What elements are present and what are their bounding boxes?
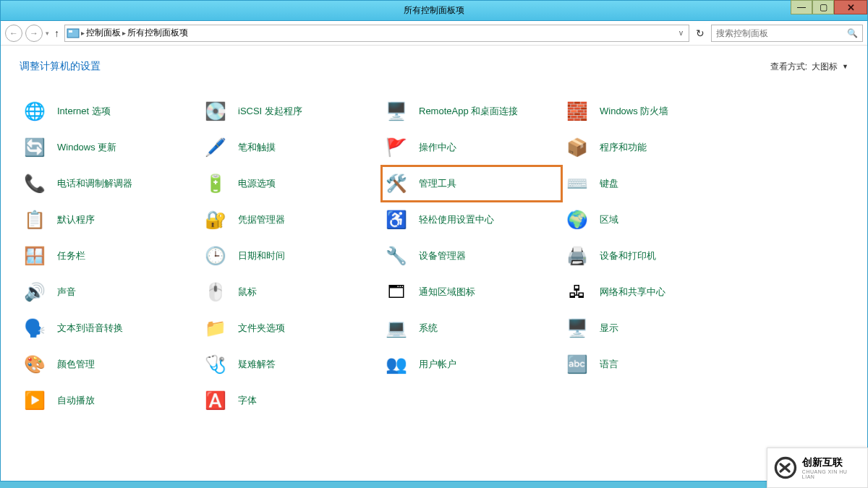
cp-item-sound[interactable]: 🔊声音: [20, 274, 200, 310]
cp-item-internet-options[interactable]: 🌐Internet 选项: [20, 93, 200, 129]
breadcrumb-root[interactable]: 控制面板: [86, 27, 121, 39]
item-label: 字体: [238, 394, 257, 407]
maximize-button[interactable]: ▢: [812, 0, 834, 14]
autoplay-icon: ▶️: [22, 388, 47, 413]
window-controls: — ▢ ✕: [791, 0, 867, 14]
user-accounts-icon: 👥: [384, 352, 409, 377]
chevron-down-icon: ▼: [842, 63, 848, 70]
cp-item-remoteapp[interactable]: 🖥️RemoteApp 和桌面连接: [381, 93, 562, 129]
folder-options-icon: 📁: [203, 316, 228, 341]
cp-item-language[interactable]: 🔤语言: [562, 346, 743, 382]
fonts-icon: 🅰️: [203, 388, 228, 413]
item-label: 电话和调制解调器: [57, 177, 132, 190]
item-label: 轻松使用设置中心: [419, 213, 494, 226]
cp-item-programs-features[interactable]: 📦程序和功能: [562, 129, 743, 166]
window-title: 所有控制面板项: [1, 4, 867, 17]
watermark-logo-icon: [773, 455, 798, 480]
remoteapp-icon: 🖥️: [384, 99, 409, 124]
cp-item-iscsi-initiator[interactable]: 💽iSCSI 发起程序: [200, 93, 381, 129]
windows-update-icon: 🔄: [22, 135, 47, 160]
cp-item-credential-manager[interactable]: 🔐凭据管理器: [200, 202, 381, 238]
text-to-speech-icon: 🗣️: [22, 316, 47, 341]
cp-item-display[interactable]: 🖥️显示: [562, 310, 743, 346]
cp-item-user-accounts[interactable]: 👥用户帐户: [381, 346, 562, 382]
item-label: 网络和共享中心: [600, 286, 665, 299]
cp-item-power-options[interactable]: 🔋电源选项: [200, 166, 381, 202]
control-panel-icon: [67, 27, 80, 39]
cp-item-device-manager[interactable]: 🔧设备管理器: [381, 238, 562, 274]
cp-item-mouse[interactable]: 🖱️鼠标: [200, 274, 381, 310]
viewmode-value: 大图标: [812, 61, 838, 73]
firewall-icon: 🧱: [565, 99, 590, 124]
view-mode-selector[interactable]: 查看方式: 大图标 ▼: [770, 61, 848, 73]
search-box[interactable]: 🔍: [711, 25, 863, 42]
search-icon: 🔍: [847, 28, 858, 38]
cp-item-action-center[interactable]: 🚩操作中心: [381, 129, 562, 166]
cp-item-autoplay[interactable]: ▶️自动播放: [20, 382, 200, 419]
item-label: 通知区域图标: [419, 286, 475, 299]
sound-icon: 🔊: [22, 280, 47, 304]
device-manager-icon: 🔧: [384, 244, 409, 268]
content-area: 调整计算机的设置 查看方式: 大图标 ▼ 🌐Internet 选项💽iSCSI …: [1, 46, 867, 481]
cp-item-admin-tools[interactable]: 🛠️管理工具: [381, 166, 562, 202]
breadcrumb-current[interactable]: 所有控制面板项: [127, 27, 188, 39]
cp-item-ease-of-access[interactable]: ♿轻松使用设置中心: [381, 202, 562, 238]
troubleshooting-icon: 🩺: [203, 352, 228, 377]
titlebar: 所有控制面板项 — ▢ ✕: [1, 1, 867, 21]
minimize-button[interactable]: —: [791, 0, 812, 14]
address-bar[interactable]: ▸ 控制面板 ▸ 所有控制面板项 v: [64, 25, 689, 42]
taskbar-icon: 🪟: [22, 244, 47, 268]
item-label: 设备和打印机: [600, 249, 656, 262]
refresh-button[interactable]: ↻: [692, 27, 708, 39]
cp-item-region[interactable]: 🌍区域: [562, 202, 743, 238]
cp-item-notification-icons[interactable]: 🗔通知区域图标: [381, 274, 562, 310]
cp-item-folder-options[interactable]: 📁文件夹选项: [200, 310, 381, 346]
cp-item-date-time[interactable]: 🕒日期和时间: [200, 238, 381, 274]
item-label: 疑难解答: [238, 358, 276, 371]
item-label: 键盘: [600, 177, 618, 190]
item-label: 声音: [57, 286, 76, 299]
pen-touch-icon: 🖊️: [203, 135, 228, 160]
cp-item-devices-printers[interactable]: 🖨️设备和打印机: [562, 238, 743, 274]
cp-item-network-sharing[interactable]: 🖧网络和共享中心: [562, 274, 743, 310]
history-dropdown[interactable]: ▾: [46, 30, 49, 37]
cp-item-fonts[interactable]: 🅰️字体: [200, 382, 381, 419]
power-options-icon: 🔋: [203, 171, 228, 196]
items-grid: 🌐Internet 选项💽iSCSI 发起程序🖥️RemoteApp 和桌面连接…: [20, 93, 848, 419]
cp-item-firewall[interactable]: 🧱Windows 防火墙: [562, 93, 743, 129]
cp-item-taskbar[interactable]: 🪟任务栏: [20, 238, 200, 274]
heading-row: 调整计算机的设置 查看方式: 大图标 ▼: [20, 60, 848, 73]
close-button[interactable]: ✕: [834, 0, 867, 14]
watermark-sub: CHUANG XIN HU LIAN: [802, 469, 861, 479]
viewmode-label: 查看方式:: [770, 61, 807, 73]
display-icon: 🖥️: [565, 316, 590, 341]
cp-item-windows-update[interactable]: 🔄Windows 更新: [20, 129, 200, 166]
item-label: 凭据管理器: [238, 213, 285, 226]
item-label: Windows 防火墙: [600, 105, 668, 118]
up-button[interactable]: ↑: [52, 27, 61, 39]
item-label: 电源选项: [238, 177, 276, 190]
cp-item-keyboard[interactable]: ⌨️键盘: [562, 166, 743, 202]
item-label: 默认程序: [57, 213, 95, 226]
cp-item-system[interactable]: 💻系统: [381, 310, 562, 346]
back-button[interactable]: ←: [5, 25, 22, 42]
address-dropdown[interactable]: v: [675, 29, 687, 37]
item-label: 语言: [600, 358, 618, 371]
item-label: Internet 选项: [57, 105, 111, 118]
item-label: iSCSI 发起程序: [238, 105, 302, 118]
cp-item-color-management[interactable]: 🎨颜色管理: [20, 346, 200, 382]
cp-item-troubleshooting[interactable]: 🩺疑难解答: [200, 346, 381, 382]
action-center-icon: 🚩: [384, 135, 409, 160]
item-label: 显示: [600, 322, 618, 335]
system-icon: 💻: [384, 316, 409, 341]
cp-item-phone-modem[interactable]: 📞电话和调制解调器: [20, 166, 200, 202]
date-time-icon: 🕒: [203, 244, 228, 268]
search-input[interactable]: [716, 28, 847, 38]
svg-rect-0: [67, 29, 79, 38]
item-label: 操作中心: [419, 141, 456, 154]
cp-item-pen-touch[interactable]: 🖊️笔和触摸: [200, 129, 381, 166]
cp-item-default-programs[interactable]: 📋默认程序: [20, 202, 200, 238]
forward-button[interactable]: →: [25, 25, 43, 42]
cp-item-text-to-speech[interactable]: 🗣️文本到语音转换: [20, 310, 200, 346]
phone-modem-icon: 📞: [22, 171, 47, 196]
